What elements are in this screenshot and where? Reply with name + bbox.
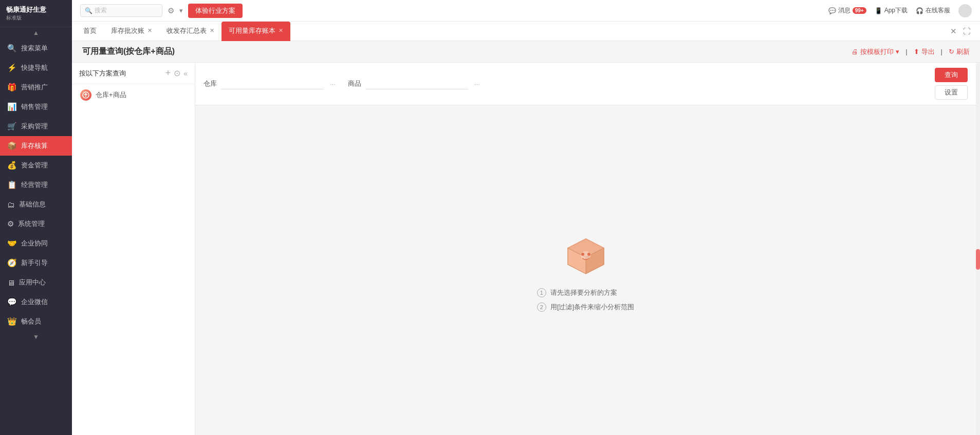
sidebar-item-purchase[interactable]: 🛒 采购管理	[0, 117, 72, 136]
topbar: 🔍 搜索 ⚙ ▾ 体验行业方案 💬 消息 99+ 📱 App下载 🎧 在线客服	[72, 0, 980, 22]
sidebar-scroll-up[interactable]: ▲	[0, 27, 72, 39]
sidebar-item-label: 采购管理	[21, 122, 48, 131]
sidebar-item-member[interactable]: 👑 畅会员	[0, 312, 72, 331]
online-service-button[interactable]: 🎧 在线客服	[916, 6, 950, 15]
sidebar-item-label: 应用中心	[19, 278, 46, 287]
app-download-button[interactable]: 📱 App下载	[875, 6, 908, 15]
print-action[interactable]: 🖨 按模板打印 ▾	[852, 47, 899, 56]
tab-close-window-icon[interactable]: ✕	[949, 26, 958, 37]
search-icon: 🔍	[85, 7, 93, 14]
sidebar-item-label: 企业微信	[21, 297, 48, 307]
print-chevron-icon[interactable]: ▾	[896, 48, 899, 55]
warehouse-label: 仓库	[204, 79, 217, 88]
tab-available[interactable]: 可用量库存账本 ✕	[221, 22, 290, 41]
empty-box-svg	[560, 229, 612, 280]
sidebar-item-wechat[interactable]: 💬 企业微信	[0, 292, 72, 312]
sidebar-item-newbie[interactable]: 🧭 新手引导	[0, 253, 72, 273]
sidebar-scroll-down[interactable]: ▼	[0, 331, 72, 343]
refresh-action[interactable]: ↻ 刷新	[949, 47, 970, 56]
sidebar-item-quicknav[interactable]: ⚡ 快捷导航	[0, 58, 72, 78]
filter-settings-icon[interactable]: ⊙	[174, 68, 180, 78]
app-logo: 畅康通好生意 标准版	[0, 0, 72, 27]
cart-icon: 🛒	[7, 122, 17, 131]
filter-collapse-icon[interactable]: «	[183, 69, 188, 78]
box-icon: 📦	[7, 141, 17, 150]
sidebar-item-operations[interactable]: 📋 经营管理	[0, 175, 72, 195]
tab-batch-label: 库存批次账	[111, 26, 144, 35]
separator: |	[905, 48, 907, 55]
hint-text-1: 请先选择要分析的方案	[550, 288, 617, 297]
app-subtitle: 标准版	[6, 14, 66, 22]
lightning-icon: ⚡	[7, 63, 17, 72]
user-avatar[interactable]	[958, 4, 972, 17]
refresh-icon: ↻	[949, 48, 954, 55]
monitor-icon: 🖥	[7, 278, 15, 287]
tab-batch[interactable]: 库存批次账 ✕	[104, 22, 159, 41]
print-icon: 🖨	[852, 48, 858, 55]
scrollbar-thumb	[976, 249, 980, 270]
bell-icon: 💬	[828, 7, 836, 14]
tab-available-close-icon[interactable]: ✕	[279, 27, 283, 34]
product-more-button[interactable]: ···	[472, 79, 482, 89]
chat-icon: 💬	[7, 297, 17, 307]
clipboard-icon: 📋	[7, 180, 17, 190]
filter-header-label: 按以下方案查询	[79, 69, 126, 78]
export-action[interactable]: ⬆ 导出	[914, 47, 935, 56]
message-badge: 99+	[853, 7, 866, 14]
filter-panel: 按以下方案查询 + ⊙ « 仓库+商品	[72, 63, 195, 435]
folder-icon: 🗂	[7, 200, 15, 209]
warehouse-filter-group: 仓库 ···	[204, 78, 338, 89]
sidebar-item-enterprise[interactable]: 🤝 企业协同	[0, 234, 72, 253]
refresh-label: 刷新	[956, 47, 970, 56]
sidebar-item-basic[interactable]: 🗂 基础信息	[0, 195, 72, 214]
search-placeholder: 搜索	[95, 6, 107, 15]
app-title: 畅康通好生意	[6, 5, 66, 14]
sidebar-item-label: 经营管理	[21, 180, 48, 190]
sidebar-item-label: 搜索菜单	[21, 44, 48, 53]
tab-home[interactable]: 首页	[76, 22, 104, 41]
empty-image	[560, 229, 612, 280]
sidebar-item-sales[interactable]: 📊 销售管理	[0, 97, 72, 117]
sidebar-item-label: 营销推广	[21, 83, 48, 92]
dropdown-chevron-icon[interactable]: ▾	[179, 7, 183, 14]
empty-hint-1: 1 请先选择要分析的方案	[537, 288, 634, 297]
page-header: 可用量查询(按仓库+商品) 🖨 按模板打印 ▾ | ⬆ 导出 | ↻ 刷新	[72, 41, 980, 63]
hint-text-2: 用[过滤]条件来缩小分析范围	[550, 302, 634, 312]
sidebar-item-label: 系统管理	[18, 219, 45, 229]
gift-icon: 🎁	[7, 83, 17, 92]
sidebar-item-system[interactable]: ⚙ 系统管理	[0, 214, 72, 234]
sidebar-item-marketing[interactable]: 🎁 营销推广	[0, 78, 72, 97]
hint-num-1: 1	[537, 288, 546, 297]
warehouse-input[interactable]	[221, 78, 324, 89]
settings-button[interactable]: 设置	[935, 85, 968, 100]
sidebar-item-inventory[interactable]: 📦 库存核算	[0, 136, 72, 156]
industry-solution-button[interactable]: 体验行业方案	[188, 4, 243, 18]
crown-icon: 👑	[7, 317, 17, 326]
sidebar-item-finance[interactable]: 💰 资金管理	[0, 156, 72, 175]
right-scrollbar[interactable]	[976, 63, 980, 435]
search-box[interactable]: 🔍 搜索	[80, 4, 162, 17]
main-area: 🔍 搜索 ⚙ ▾ 体验行业方案 💬 消息 99+ 📱 App下载 🎧 在线客服	[72, 0, 980, 435]
warehouse-more-button[interactable]: ···	[328, 79, 338, 89]
tab-summary-close-icon[interactable]: ✕	[210, 27, 214, 34]
filter-add-icon[interactable]: +	[165, 68, 171, 79]
sidebar-item-appcenter[interactable]: 🖥 应用中心	[0, 273, 72, 292]
query-button[interactable]: 查询	[935, 68, 968, 82]
chart-icon: 📊	[7, 102, 17, 111]
tab-batch-close-icon[interactable]: ✕	[147, 27, 152, 34]
product-filter-group: 商品 ···	[348, 78, 482, 89]
handshake-icon: 🤝	[7, 239, 17, 248]
content-area: 按以下方案查询 + ⊙ « 仓库+商品	[72, 63, 980, 435]
product-input[interactable]	[365, 78, 468, 89]
print-label: 按模板打印	[860, 47, 894, 56]
product-label: 商品	[348, 79, 361, 88]
tab-maximize-icon[interactable]: ⛶	[962, 26, 972, 36]
tab-summary[interactable]: 收发存汇总表 ✕	[159, 22, 221, 41]
sidebar-item-search[interactable]: 🔍 搜索菜单	[0, 39, 72, 58]
message-label: 消息	[838, 6, 850, 15]
filter-header: 按以下方案查询 + ⊙ «	[72, 63, 195, 84]
export-icon: ⬆	[914, 48, 919, 55]
gear-icon[interactable]: ⚙	[168, 6, 174, 15]
message-button[interactable]: 💬 消息 99+	[828, 6, 866, 15]
filter-item-warehouse-product[interactable]: 仓库+商品	[72, 84, 195, 106]
